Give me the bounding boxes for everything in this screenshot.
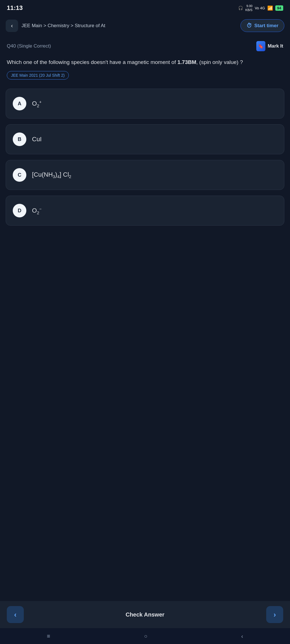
mark-it-button[interactable]: 🔖 Mark It [256, 41, 283, 51]
option-b-letter: B [13, 132, 26, 146]
options-container: A O2+ B CuI C [Cu(NH3)4] Cl2 D O2− [0, 86, 290, 228]
back-button[interactable]: ‹ [6, 20, 18, 32]
timer-icon: ⏱ [246, 22, 252, 29]
option-a-content: O2+ [32, 100, 42, 108]
home-icon: ○ [144, 633, 147, 639]
option-d-letter: D [13, 204, 26, 217]
start-timer-button[interactable]: ⏱ Start timer [240, 19, 284, 32]
battery-level: 94 [275, 5, 283, 11]
option-b-content: CuI [32, 136, 42, 143]
question-header: Q40 (Single Correct) 🔖 Mark It [0, 37, 290, 55]
option-a[interactable]: A O2+ [6, 89, 284, 119]
tag-container: JEE Main 2021 (20 Jul Shift 2) [0, 71, 290, 86]
header-nav: ‹ JEE Main > Chemistry > Structure of At… [0, 15, 290, 37]
bookmark-icon: 🔖 [256, 41, 265, 51]
option-c-content: [Cu(NH3)4] Cl2 [32, 171, 71, 179]
check-answer-button[interactable]: Check Answer [125, 611, 164, 618]
option-a-letter: A [13, 97, 26, 110]
system-nav: ≡ ○ ‹ [0, 628, 290, 644]
timer-label: Start timer [254, 23, 278, 29]
option-b[interactable]: B CuI [6, 124, 284, 154]
breadcrumb: JEE Main > Chemistry > Structure of At [22, 23, 105, 29]
option-d[interactable]: D O2− [6, 196, 284, 226]
question-id: Q40 (Single Correct) [7, 43, 51, 49]
back-icon: ‹ [11, 22, 13, 29]
status-time: 11:13 [7, 4, 23, 12]
system-back-button[interactable]: ‹ [234, 631, 250, 642]
next-button[interactable]: › [266, 606, 283, 623]
signal-icon: 📶 [267, 5, 273, 11]
check-answer-label: Check Answer [125, 611, 164, 618]
next-icon: › [274, 610, 276, 619]
mark-it-label: Mark It [268, 43, 283, 49]
menu-button[interactable]: ≡ [40, 631, 57, 642]
question-text: Which one of the following species doesn… [0, 55, 290, 71]
nav-left: ‹ JEE Main > Chemistry > Structure of At [6, 20, 105, 32]
bottom-bar: ‹ Check Answer › [0, 601, 290, 628]
option-c[interactable]: C [Cu(NH3)4] Cl2 [6, 160, 284, 190]
kb-speed: 9.00KB/S [245, 4, 252, 12]
prev-button[interactable]: ‹ [7, 606, 24, 623]
option-c-letter: C [13, 168, 26, 182]
system-back-icon: ‹ [241, 633, 243, 639]
network-type: Vo 4G [255, 6, 265, 10]
menu-icon: ≡ [47, 633, 50, 639]
status-bar: 11:13 🎧 9.00KB/S Vo 4G 📶 94 [0, 0, 290, 15]
option-d-content: O2− [32, 207, 42, 215]
question-tag: JEE Main 2021 (20 Jul Shift 2) [7, 71, 69, 80]
home-button[interactable]: ○ [137, 631, 154, 642]
prev-icon: ‹ [14, 610, 17, 619]
headphone-icon: 🎧 [238, 6, 243, 10]
status-icons: 🎧 9.00KB/S Vo 4G 📶 94 [238, 4, 283, 12]
